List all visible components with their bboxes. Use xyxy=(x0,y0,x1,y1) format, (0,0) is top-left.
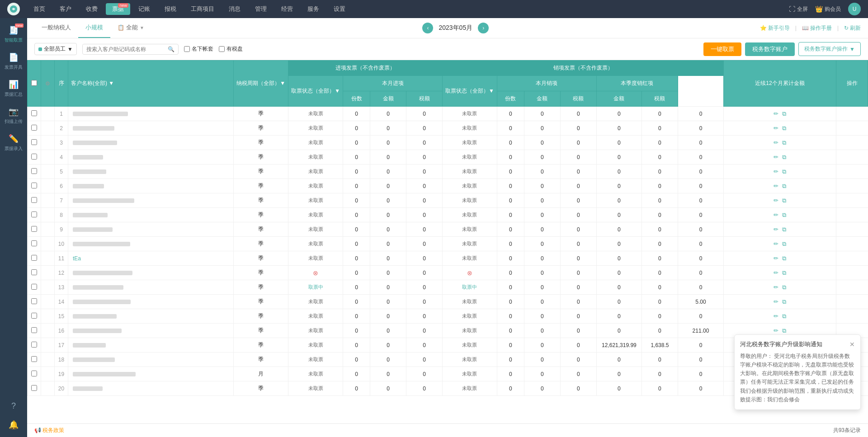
copy-button[interactable]: ⧉ xyxy=(782,110,786,117)
edit-button[interactable]: ✏ xyxy=(774,327,778,334)
has-taxpad-checkbox[interactable] xyxy=(219,46,225,52)
edit-button[interactable]: ✏ xyxy=(774,240,778,247)
row-checkbox[interactable] xyxy=(31,240,37,246)
row-checkbox[interactable] xyxy=(31,125,37,131)
edit-button[interactable]: ✏ xyxy=(774,284,778,291)
nav-accounting[interactable]: 记账 xyxy=(132,3,156,15)
edit-button[interactable]: ✏ xyxy=(774,226,778,233)
copy-button[interactable]: ⧉ xyxy=(782,139,786,146)
copy-button[interactable]: ⧉ xyxy=(782,211,786,218)
edit-button[interactable]: ✏ xyxy=(774,211,778,218)
row-checkbox[interactable] xyxy=(31,371,37,376)
copy-button[interactable]: ⧉ xyxy=(782,125,786,132)
one-click-button[interactable]: 一键取票 xyxy=(703,42,741,56)
member-button[interactable]: 👑 购会员 xyxy=(815,5,841,13)
copy-button[interactable]: ⧉ xyxy=(782,269,786,276)
guide-button[interactable]: ⭐ 新手引导 xyxy=(760,24,790,32)
row-checkbox[interactable] xyxy=(31,313,37,319)
nav-message[interactable]: 消息 xyxy=(222,3,247,15)
edit-button[interactable]: ✏ xyxy=(774,197,778,204)
search-button[interactable]: 🔍 xyxy=(164,46,178,52)
edit-button[interactable]: ✏ xyxy=(774,139,778,146)
out-tax: 0 xyxy=(560,324,596,338)
row-checkbox[interactable] xyxy=(31,255,37,261)
row-checkbox[interactable] xyxy=(31,110,37,116)
tab-all[interactable]: 📋 全能 ▼ xyxy=(110,18,151,38)
row-checkbox[interactable] xyxy=(31,226,37,232)
nav-business[interactable]: 工商项目 xyxy=(184,3,221,15)
sidebar-item-open-invoice[interactable]: 📄 发票开具 xyxy=(0,49,27,74)
app-logo[interactable] xyxy=(7,3,20,15)
digital-account-button[interactable]: 税务数字账户 xyxy=(745,42,795,56)
popup-close-button[interactable]: ✕ xyxy=(849,341,855,348)
copy-button[interactable]: ⧉ xyxy=(782,255,786,262)
row-checkbox[interactable] xyxy=(31,269,37,275)
sidebar-item-summary[interactable]: 📊 票据汇总 xyxy=(0,76,27,101)
row-checkbox[interactable] xyxy=(31,154,37,160)
row-checkbox[interactable] xyxy=(31,298,37,304)
next-month-button[interactable]: › xyxy=(478,23,489,33)
nav-service[interactable]: 服务 xyxy=(301,3,326,15)
copy-button[interactable]: ⧉ xyxy=(782,168,786,175)
digital-ops-button[interactable]: 税务数字账户操作 ▼ xyxy=(798,42,861,56)
sidebar-item-notification[interactable]: 🔔 xyxy=(0,416,27,433)
copy-button[interactable]: ⧉ xyxy=(782,197,786,204)
nav-settings[interactable]: 设置 xyxy=(327,3,352,15)
sidebar-item-entry[interactable]: ✏️ 票据录入 xyxy=(0,130,27,155)
manual-button[interactable]: 📖 操作手册 xyxy=(802,24,832,32)
copy-button[interactable]: ⧉ xyxy=(782,154,786,160)
nav-invoice[interactable]: 票据 new xyxy=(106,3,130,15)
row-checkbox[interactable] xyxy=(31,327,37,333)
sidebar-item-help[interactable]: ? xyxy=(0,398,27,414)
copy-button[interactable]: ⧉ xyxy=(782,183,786,189)
employee-filter[interactable]: 全部员工 ▼ xyxy=(34,43,77,55)
user-avatar[interactable]: U xyxy=(848,3,861,15)
edit-button[interactable]: ✏ xyxy=(774,154,778,160)
my-accounts-checkbox[interactable] xyxy=(184,46,190,52)
search-input[interactable] xyxy=(83,44,164,54)
copy-button[interactable]: ⧉ xyxy=(782,284,786,291)
nav-home[interactable]: 首页 xyxy=(27,3,52,15)
checkbox-my-accounts[interactable]: 名下帐套 xyxy=(184,45,213,53)
tax-policy-link[interactable]: 📢 税务政策 xyxy=(34,427,64,434)
fullscreen-button[interactable]: ⛶ 全屏 xyxy=(789,5,808,13)
row-checkbox[interactable] xyxy=(31,356,37,362)
row-checkbox[interactable] xyxy=(31,168,37,174)
nav-tax[interactable]: 报税 xyxy=(158,3,183,15)
nav-operation[interactable]: 经营 xyxy=(275,3,299,15)
edit-button[interactable]: ✏ xyxy=(774,313,778,320)
copy-button[interactable]: ⧉ xyxy=(782,240,786,247)
edit-button[interactable]: ✏ xyxy=(774,298,778,305)
edit-button[interactable]: ✏ xyxy=(774,255,778,262)
edit-button[interactable]: ✏ xyxy=(774,125,778,132)
edit-button[interactable]: ✏ xyxy=(774,110,778,117)
copy-button[interactable]: ⧉ xyxy=(782,327,786,334)
sidebar-item-smart-ticket[interactable]: 🧾 智能取票 new xyxy=(0,22,27,47)
row-checkbox[interactable] xyxy=(31,284,37,290)
prev-month-button[interactable]: ‹ xyxy=(422,23,433,33)
copy-button[interactable]: ⧉ xyxy=(782,313,786,320)
row-checkbox[interactable] xyxy=(31,385,37,391)
row-checkbox[interactable] xyxy=(31,342,37,348)
row-checkbox[interactable] xyxy=(31,197,37,203)
copy-button[interactable]: ⧉ xyxy=(782,298,786,305)
select-all-checkbox[interactable] xyxy=(31,80,37,86)
refresh-button[interactable]: ↻ 刷新 xyxy=(844,24,861,32)
tab-general-taxpayer[interactable]: 一般纳税人 xyxy=(34,18,78,38)
nav-admin[interactable]: 管理 xyxy=(249,3,273,15)
copy-button[interactable]: ⧉ xyxy=(782,226,786,233)
edit-button[interactable]: ✏ xyxy=(774,183,778,189)
tax-period: 季 xyxy=(234,222,288,237)
cumulative-amount: 0 xyxy=(678,266,723,280)
table-settings-icon[interactable]: ⚙ xyxy=(45,80,50,87)
checkbox-has-taxpad[interactable]: 有税盘 xyxy=(219,45,243,53)
sidebar-item-scan[interactable]: 📷 扫描上传 xyxy=(0,103,27,128)
nav-customer[interactable]: 客户 xyxy=(53,3,78,15)
tab-small-scale[interactable]: 小规模 xyxy=(78,18,110,38)
edit-button[interactable]: ✏ xyxy=(774,269,778,276)
nav-fees[interactable]: 收费 xyxy=(80,3,104,15)
row-checkbox[interactable] xyxy=(31,211,37,217)
row-checkbox[interactable] xyxy=(31,183,37,188)
row-checkbox[interactable] xyxy=(31,139,37,145)
edit-button[interactable]: ✏ xyxy=(774,168,778,175)
